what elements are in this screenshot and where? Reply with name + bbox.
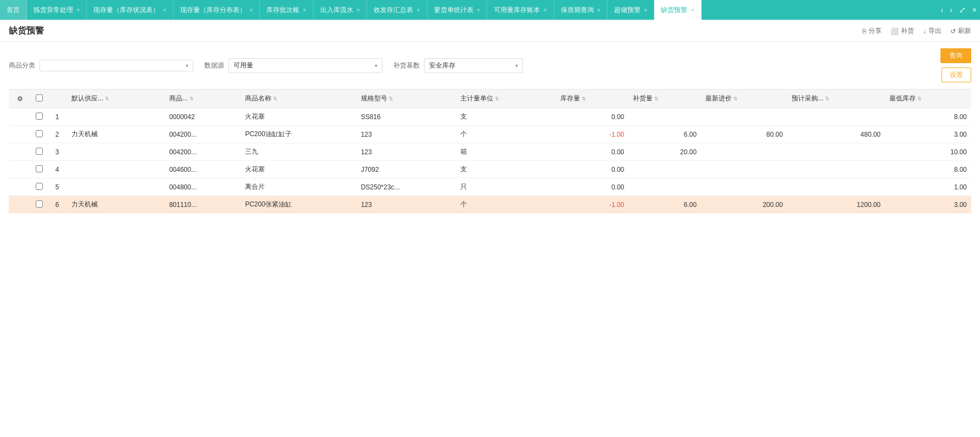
row-unit: 个 bbox=[456, 126, 556, 143]
tab-bar: 首页拣货异常处理×现存量（库存状况表）×现存量（库存分布表）×库存批次账×出入库… bbox=[0, 0, 980, 20]
tab-restore-button[interactable]: ⤢ bbox=[956, 0, 969, 20]
th-default-supplier[interactable]: 默认供应... ⇅ bbox=[67, 89, 165, 108]
tab-close-icon[interactable]: × bbox=[249, 7, 253, 13]
th-checkbox bbox=[31, 89, 47, 108]
row-gear-cell bbox=[9, 161, 31, 178]
row-checkbox[interactable] bbox=[36, 183, 43, 190]
sort-latest-price-icon: ⇅ bbox=[733, 96, 738, 102]
sort-unit-icon: ⇅ bbox=[495, 96, 499, 102]
query-button[interactable]: 查询 bbox=[940, 48, 971, 63]
share-button[interactable]: ⎘ 分享 bbox=[862, 26, 882, 36]
export-button[interactable]: ↓ 导出 bbox=[923, 26, 942, 36]
row-checkbox[interactable] bbox=[36, 165, 43, 172]
replenish-base-select[interactable]: 安全库存 ▾ bbox=[424, 58, 523, 73]
table-row: 5 004800... 离合片 DS250*23c... 只 0.00 1.00 bbox=[9, 178, 971, 196]
tab-abnormal[interactable]: 拣货异常处理× bbox=[27, 0, 87, 20]
tab-inventory-status[interactable]: 现存量（库存状况表）× bbox=[87, 0, 173, 20]
replenish-button[interactable]: ⬜ 补货 bbox=[890, 26, 914, 36]
th-product-name-label: 商品名称 bbox=[245, 94, 271, 103]
tab-requisition-stat[interactable]: 要货单统计表× bbox=[427, 0, 487, 20]
th-unit-label: 主计量单位 bbox=[460, 94, 493, 103]
tab-close-icon[interactable]: × bbox=[543, 7, 547, 13]
row-stock: 0.00 bbox=[556, 108, 628, 126]
tab-close-icon[interactable]: × bbox=[597, 7, 600, 13]
th-unit[interactable]: 主计量单位 ⇅ bbox=[456, 89, 556, 108]
row-min-stock: 8.00 bbox=[885, 161, 971, 178]
th-spec[interactable]: 规格型号 ⇅ bbox=[357, 89, 456, 108]
th-product-code[interactable]: 商品... ⇅ bbox=[165, 89, 241, 108]
row-index: 3 bbox=[47, 143, 67, 161]
tab-close-icon[interactable]: × bbox=[303, 7, 306, 13]
row-index: 1 bbox=[47, 108, 67, 126]
row-unit: 个 bbox=[456, 196, 556, 214]
row-replenish-qty: 6.00 bbox=[628, 196, 701, 214]
tab-close-all-button[interactable]: × bbox=[969, 0, 980, 20]
th-default-supplier-label: 默认供应... bbox=[71, 94, 103, 103]
th-latest-price-label: 最新进价 bbox=[705, 94, 732, 103]
sort-estimated-purchase-icon: ⇅ bbox=[825, 96, 829, 102]
row-checkbox[interactable] bbox=[36, 200, 43, 208]
row-checkbox-cell[interactable] bbox=[31, 143, 47, 161]
tab-close-icon[interactable]: × bbox=[416, 7, 420, 13]
category-select[interactable]: ▾ bbox=[40, 60, 193, 71]
tab-close-icon[interactable]: × bbox=[691, 7, 694, 13]
tab-label: 保质期查询 bbox=[561, 5, 594, 15]
row-min-stock: 3.00 bbox=[885, 126, 971, 143]
tab-close-icon[interactable]: × bbox=[477, 7, 480, 13]
row-spec: SS816 bbox=[357, 108, 456, 126]
tab-batch-account[interactable]: 库存批次账× bbox=[260, 0, 313, 20]
th-spec-label: 规格型号 bbox=[361, 94, 387, 103]
row-checkbox-cell[interactable] bbox=[31, 178, 47, 196]
refresh-button[interactable]: ↺ 刷新 bbox=[950, 26, 971, 36]
row-checkbox-cell[interactable] bbox=[31, 126, 47, 143]
tab-close-icon[interactable]: × bbox=[76, 7, 80, 13]
row-checkbox[interactable] bbox=[36, 130, 43, 137]
th-min-stock[interactable]: 最低库存 ⇅ bbox=[885, 89, 971, 108]
row-checkbox-cell[interactable] bbox=[31, 108, 47, 126]
row-replenish-qty bbox=[628, 108, 701, 126]
tab-close-icon[interactable]: × bbox=[163, 7, 166, 13]
row-min-stock: 8.00 bbox=[885, 108, 971, 126]
tab-overstock[interactable]: 超储预警× bbox=[608, 0, 654, 20]
datasource-label: 数据源 bbox=[204, 61, 224, 70]
tab-available-ledger[interactable]: 可用量库存账本× bbox=[487, 0, 554, 20]
select-all-checkbox[interactable] bbox=[36, 94, 43, 102]
tab-shortage[interactable]: 缺货预警× bbox=[654, 0, 701, 20]
row-product-code: 004800... bbox=[165, 178, 241, 196]
tab-expiry-query[interactable]: 保质期查询× bbox=[554, 0, 608, 20]
th-estimated-purchase[interactable]: 预计采购... ⇅ bbox=[787, 89, 885, 108]
th-replenish-qty[interactable]: 补货量 ⇅ bbox=[628, 89, 701, 108]
tab-close-icon[interactable]: × bbox=[357, 7, 360, 13]
datasource-select[interactable]: 可用量 ▾ bbox=[229, 58, 382, 73]
th-gear[interactable]: ⚙ bbox=[9, 89, 31, 108]
tab-label: 现存量（库存状况表） bbox=[93, 5, 159, 15]
row-unit: 支 bbox=[456, 161, 556, 178]
tab-receipt-summary[interactable]: 收发存汇总表× bbox=[367, 0, 427, 20]
settings-button[interactable]: 设置 bbox=[942, 68, 971, 82]
datasource-value: 可用量 bbox=[233, 61, 253, 70]
row-spec: J7092 bbox=[357, 161, 456, 178]
row-checkbox[interactable] bbox=[36, 148, 43, 155]
share-icon: ⎘ bbox=[862, 27, 866, 35]
row-product-code: 004200... bbox=[165, 143, 241, 161]
row-checkbox-cell[interactable] bbox=[31, 161, 47, 178]
tab-inout-flow[interactable]: 出入库流水× bbox=[314, 0, 367, 20]
tab-close-icon[interactable]: × bbox=[644, 7, 647, 13]
sort-product-name-icon: ⇅ bbox=[273, 96, 277, 102]
tab-prev-button[interactable]: ‹ bbox=[937, 0, 946, 20]
page-header: 缺货预警 ⎘ 分享 ⬜ 补货 ↓ 导出 ↺ 刷新 bbox=[0, 20, 980, 42]
tab-home[interactable]: 首页 bbox=[0, 0, 27, 20]
row-checkbox-cell[interactable] bbox=[31, 196, 47, 214]
tab-inventory-dist[interactable]: 现存量（库存分布表）× bbox=[174, 0, 260, 20]
th-product-name[interactable]: 商品名称 ⇅ bbox=[241, 89, 357, 108]
th-stock[interactable]: 库存量 ⇅ bbox=[556, 89, 628, 108]
row-supplier bbox=[67, 178, 165, 196]
row-stock: -1.00 bbox=[556, 196, 628, 214]
th-replenish-qty-label: 补货量 bbox=[633, 94, 653, 103]
row-stock: -1.00 bbox=[556, 126, 628, 143]
row-checkbox[interactable] bbox=[36, 113, 43, 120]
table-row: 1 0000042 火花塞 SS816 支 0.00 8.00 bbox=[9, 108, 971, 126]
th-latest-price[interactable]: 最新进价 ⇅ bbox=[701, 89, 787, 108]
tab-next-button[interactable]: › bbox=[946, 0, 956, 20]
row-replenish-qty: 20.00 bbox=[628, 143, 701, 161]
